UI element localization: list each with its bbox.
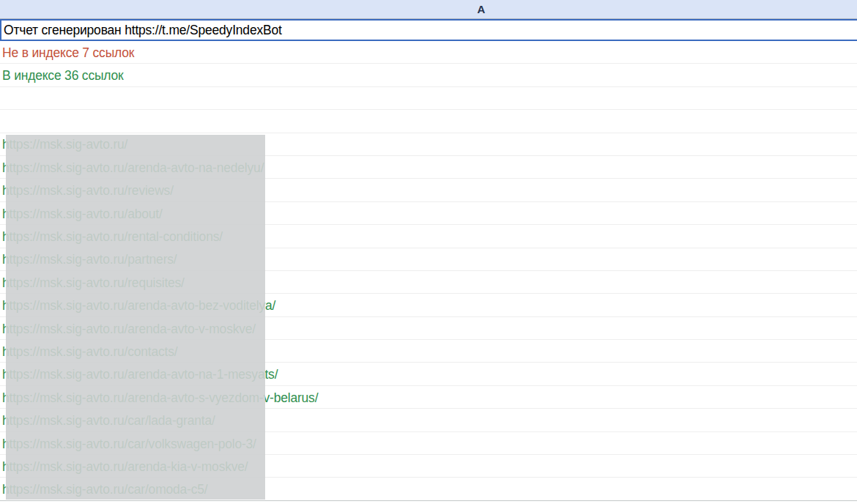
spreadsheet-cell[interactable]: [0, 87, 857, 110]
spreadsheet-cell[interactable]: https://msk.sig-avto.ru/arenda-avto-bez-…: [0, 294, 857, 316]
column-header-a[interactable]: A: [468, 3, 494, 15]
spreadsheet-cell[interactable]: https://msk.sig-avto.ru/about/: [0, 202, 857, 225]
spreadsheet-cell[interactable]: Не в индексе 7 ссылок: [0, 41, 857, 64]
spreadsheet-grid: Отчет сгенерирован https://t.me/SpeedyIn…: [0, 19, 857, 501]
column-header-bar: A: [0, 0, 857, 19]
spreadsheet-cell[interactable]: [0, 110, 857, 133]
spreadsheet-cell[interactable]: https://msk.sig-avto.ru/reviews/: [0, 179, 857, 201]
spreadsheet-cell[interactable]: https://msk.sig-avto.ru/: [0, 133, 857, 156]
spreadsheet-cell[interactable]: https://msk.sig-avto.ru/arenda-avto-na-1…: [0, 363, 857, 385]
spreadsheet-cell[interactable]: https://msk.sig-avto.ru/partners/: [0, 248, 857, 271]
spreadsheet-cell[interactable]: https://msk.sig-avto.ru/requisites/: [0, 271, 857, 294]
spreadsheet-cell[interactable]: https://msk.sig-avto.ru/car/omoda-c5/: [0, 478, 857, 500]
spreadsheet-cell[interactable]: https://msk.sig-avto.ru/arenda-avto-na-n…: [0, 156, 857, 179]
spreadsheet-cell[interactable]: В индексе 36 ссылок: [0, 64, 857, 86]
spreadsheet-cell[interactable]: Отчет сгенерирован https://t.me/SpeedyIn…: [0, 19, 857, 41]
spreadsheet-cell[interactable]: https://msk.sig-avto.ru/arenda-kia-v-mos…: [0, 455, 857, 478]
spreadsheet-cell[interactable]: https://msk.sig-avto.ru/car/volkswagen-p…: [0, 432, 857, 455]
spreadsheet-cell[interactable]: https://msk.sig-avto.ru/car/lada-granta/: [0, 409, 857, 431]
spreadsheet-cell[interactable]: https://msk.sig-avto.ru/arenda-avto-s-vy…: [0, 386, 857, 409]
spreadsheet-cell[interactable]: https://msk.sig-avto.ru/arenda-avto-v-mo…: [0, 317, 857, 340]
spreadsheet-cell[interactable]: https://msk.sig-avto.ru/contacts/: [0, 340, 857, 363]
spreadsheet-cell[interactable]: https://msk.sig-avto.ru/rental-condition…: [0, 225, 857, 248]
